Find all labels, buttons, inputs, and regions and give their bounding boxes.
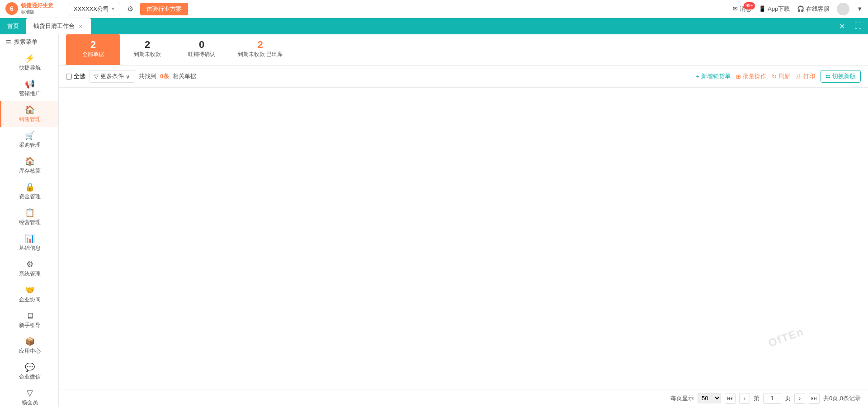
app-logo-icon: 6 bbox=[5, 2, 18, 15]
refresh-button[interactable]: ↻ 刷新 bbox=[772, 72, 790, 80]
app-edition: 标准版 bbox=[21, 9, 53, 15]
sidebar-item-app-center[interactable]: 📦 应用中心 bbox=[0, 333, 58, 359]
sidebar-item-sales-mgmt[interactable]: 🏠 销售管理 bbox=[0, 101, 58, 127]
tab-home[interactable]: 首页 bbox=[0, 18, 26, 34]
sidebar-item-finance[interactable]: 🔒 资金管理 bbox=[0, 178, 58, 204]
filter-button[interactable]: ▽ 更多条件 ∨ bbox=[89, 70, 135, 83]
first-page-button[interactable]: ⏮ bbox=[725, 393, 736, 404]
sidebar-item-enterprise-wechat[interactable]: 💬 企业微信 bbox=[0, 359, 58, 384]
window-close-icon[interactable]: ✕ bbox=[835, 20, 848, 33]
summary-tabs: 2 全部单据 2 到期未收款 0 旺铺待确认 2 到期未收款 已出库 bbox=[59, 34, 868, 65]
finance-label: 资金管理 bbox=[19, 193, 41, 201]
print-button[interactable]: 🖨 打印 bbox=[796, 72, 815, 80]
company-name: XXXXXX公司 bbox=[74, 5, 109, 13]
sidebar-item-beginner-guide[interactable]: 🖥 新手引导 bbox=[0, 307, 58, 333]
app-download-label: App下载 bbox=[768, 5, 790, 13]
pagination: 每页显示 50 20 100 ⏮ ‹ 第 页 › ⏭ 共0页,0条记录 bbox=[59, 389, 868, 407]
sidebar-item-purchase-mgmt[interactable]: 🛒 采购管理 bbox=[0, 127, 58, 153]
refresh-label: 刷新 bbox=[778, 72, 790, 80]
message-button[interactable]: ✉ 消息 99+ bbox=[733, 5, 751, 13]
chevron-down-icon: ▼ bbox=[111, 6, 115, 11]
search-menu-label: 搜索菜单 bbox=[14, 38, 38, 46]
member-label: 畅会员 bbox=[22, 399, 38, 407]
sidebar-item-quick-nav[interactable]: ⚡ 快捷导航 bbox=[0, 50, 58, 75]
pending-confirm-label: 旺铺待确认 bbox=[184, 51, 220, 58]
app-download-button[interactable]: 📱 App下载 bbox=[759, 5, 790, 13]
finance-icon: 🔒 bbox=[25, 183, 35, 191]
sidebar-item-system-mgmt[interactable]: ⚙ 系统管理 bbox=[0, 256, 58, 281]
summary-tab-pending-confirm[interactable]: 0 旺铺待确认 bbox=[175, 34, 229, 65]
select-all-input[interactable] bbox=[66, 74, 72, 80]
sidebar-item-enterprise-collab[interactable]: 🤝 企业协同 bbox=[0, 281, 58, 307]
result-prefix: 共找到 bbox=[139, 72, 156, 80]
user-name[interactable]: ▼ bbox=[857, 5, 863, 12]
summary-tab-all[interactable]: 2 全部单据 bbox=[66, 34, 120, 65]
all-count: 2 bbox=[75, 40, 111, 50]
summary-tab-overdue-unshipped[interactable]: 2 到期未收款 已出库 bbox=[229, 34, 292, 65]
page-text-2: 页 bbox=[785, 394, 791, 402]
overdue-unshipped-count: 2 bbox=[238, 40, 283, 50]
cash-goods-tab-label: 钱货日清工作台 bbox=[33, 22, 75, 30]
online-service-label: 在线客服 bbox=[806, 5, 830, 13]
sales-mgmt-label: 销售管理 bbox=[19, 116, 41, 123]
settings-button[interactable]: ⚙ bbox=[124, 3, 137, 15]
nav-tabs-right: ✕ ⛶ bbox=[835, 20, 868, 33]
page-number-input[interactable] bbox=[763, 393, 781, 404]
experience-button[interactable]: 体验行业方案 bbox=[140, 3, 188, 15]
system-mgmt-label: 系统管理 bbox=[19, 270, 41, 278]
online-service-button[interactable]: 🎧 在线客服 bbox=[797, 5, 830, 13]
batch-label: 批量操作 bbox=[743, 72, 766, 80]
sidebar-item-operations[interactable]: 📋 经营管理 bbox=[0, 204, 58, 230]
top-right-area: ✉ 消息 99+ 📱 App下载 🎧 在线客服 ▼ bbox=[733, 3, 863, 15]
inventory-icon: 🏠 bbox=[25, 157, 35, 165]
sidebar-item-marketing[interactable]: 📢 营销推广 bbox=[0, 75, 58, 101]
member-icon: ▽ bbox=[27, 389, 33, 397]
basic-info-label: 基础信息 bbox=[19, 244, 41, 252]
app-name: 畅捷通好生意 bbox=[21, 2, 53, 9]
sidebar-item-member[interactable]: ▽ 畅会员 bbox=[0, 384, 58, 407]
logo-area: 6 畅捷通好生意 标准版 bbox=[5, 2, 64, 15]
toolbar-right: + 新增销货单 ⊞ 批量操作 ↻ 刷新 🖨 打印 ⇆ 切换新版 bbox=[696, 70, 861, 83]
overdue-unpaid-label: 到期未收款 bbox=[129, 51, 165, 58]
app-center-label: 应用中心 bbox=[19, 347, 41, 355]
sidebar: ☰ 搜索菜单 ⚡ 快捷导航 📢 营销推广 🏠 销售管理 🛒 采购管理 🏠 库存核… bbox=[0, 34, 59, 407]
filter-chevron-icon: ∨ bbox=[126, 73, 130, 80]
home-tab-label: 首页 bbox=[7, 22, 19, 30]
table-area bbox=[59, 88, 868, 389]
summary-tab-overdue-unpaid[interactable]: 2 到期未收款 bbox=[120, 34, 175, 65]
switch-icon: ⇆ bbox=[826, 73, 830, 80]
overdue-unshipped-label: 到期未收款 已出库 bbox=[238, 51, 283, 58]
window-maximize-icon[interactable]: ⛶ bbox=[852, 20, 864, 33]
sidebar-item-basic-info[interactable]: 📊 基础信息 bbox=[0, 230, 58, 256]
quick-nav-label: 快捷导航 bbox=[19, 64, 41, 72]
next-page-button[interactable]: › bbox=[794, 393, 805, 404]
overdue-unpaid-count: 2 bbox=[129, 40, 165, 50]
system-mgmt-icon: ⚙ bbox=[26, 260, 33, 268]
toolbar: 全选 ▽ 更多条件 ∨ 共找到 0条 相关单据 + 新增销货单 ⊞ 批量操作 bbox=[59, 65, 868, 88]
sidebar-item-inventory[interactable]: 🏠 库存核算 bbox=[0, 153, 58, 178]
sales-mgmt-icon: 🏠 bbox=[25, 106, 35, 114]
main-layout: ☰ 搜索菜单 ⚡ 快捷导航 📢 营销推广 🏠 销售管理 🛒 采购管理 🏠 库存核… bbox=[0, 34, 868, 407]
company-selector[interactable]: XXXXXX公司 ▼ bbox=[69, 3, 120, 15]
select-all-checkbox[interactable]: 全选 bbox=[66, 72, 85, 80]
operations-icon: 📋 bbox=[25, 209, 35, 217]
enterprise-collab-label: 企业协同 bbox=[19, 296, 41, 304]
enterprise-wechat-icon: 💬 bbox=[25, 363, 35, 371]
tab-close-icon[interactable]: ✕ bbox=[77, 23, 84, 29]
toolbar-left: 全选 ▽ 更多条件 ∨ 共找到 0条 相关单据 bbox=[66, 70, 196, 83]
prev-page-button[interactable]: ‹ bbox=[739, 393, 750, 404]
switch-new-version-button[interactable]: ⇆ 切换新版 bbox=[821, 70, 861, 83]
batch-operation-button[interactable]: ⊞ 批量操作 bbox=[736, 72, 766, 80]
avatar[interactable] bbox=[837, 3, 849, 15]
select-all-label: 全选 bbox=[74, 72, 85, 80]
sidebar-item-search-menu[interactable]: ☰ 搜索菜单 bbox=[0, 34, 58, 50]
last-page-button[interactable]: ⏭ bbox=[809, 393, 820, 404]
purchase-mgmt-icon: 🛒 bbox=[25, 131, 35, 140]
add-sale-order-button[interactable]: + 新增销货单 bbox=[696, 72, 731, 80]
result-suffix: 相关单据 bbox=[173, 72, 196, 80]
add-label: 新增销货单 bbox=[701, 72, 731, 80]
top-bar: 6 畅捷通好生意 标准版 XXXXXX公司 ▼ ⚙ 体验行业方案 ✉ 消息 99… bbox=[0, 0, 868, 18]
page-size-select[interactable]: 50 20 100 bbox=[698, 393, 721, 403]
page-size-label: 每页显示 bbox=[670, 394, 694, 402]
tab-cash-goods[interactable]: 钱货日清工作台 ✕ bbox=[26, 18, 91, 34]
